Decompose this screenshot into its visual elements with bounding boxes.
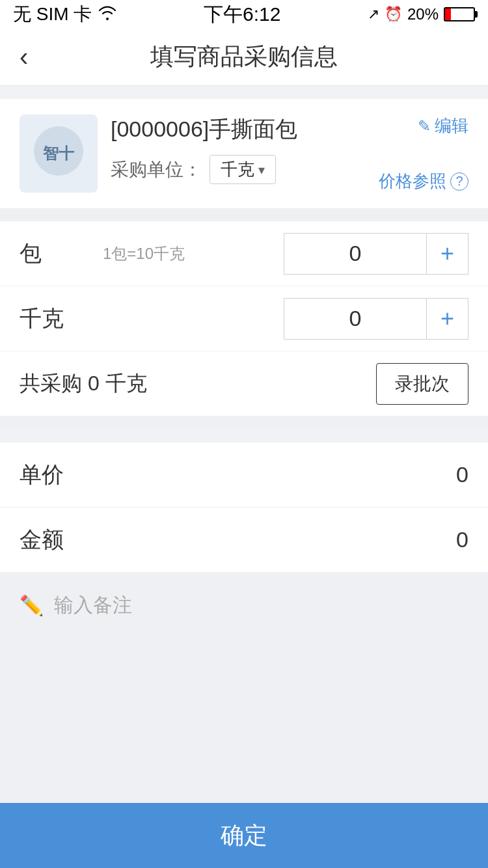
- kg-input-right: +: [284, 298, 468, 340]
- package-input-row: 包 1包=10千克 +: [0, 221, 488, 286]
- battery-percent: 20%: [407, 5, 439, 23]
- price-section: 单价 0 金额 0: [0, 442, 488, 573]
- price-ref-label: 价格参照: [379, 170, 446, 193]
- kg-label: 千克: [20, 304, 98, 334]
- note-section[interactable]: ✏️ 输入备注: [0, 574, 488, 637]
- unit-price-label: 单价: [20, 460, 64, 490]
- edit-button[interactable]: ✎ 编辑: [418, 115, 468, 137]
- status-time: 下午6:12: [204, 1, 280, 28]
- amount-row: 金额 0: [0, 508, 488, 573]
- divider-1: [0, 208, 488, 221]
- alarm-icon: ⏰: [385, 6, 402, 23]
- divider-2: [0, 416, 488, 429]
- package-qty-input[interactable]: [284, 233, 427, 275]
- unit-value: 千克: [221, 158, 254, 181]
- back-button[interactable]: ‹: [20, 42, 28, 72]
- pencil-icon: ✏️: [20, 594, 44, 617]
- kg-input-row: 千克 +: [0, 286, 488, 351]
- battery-icon: [444, 7, 475, 21]
- input-section: 包 1包=10千克 + 千克 +: [0, 221, 488, 351]
- status-bar: 无 SIM 卡 下午6:12 ↗ ⏰ 20%: [0, 0, 488, 29]
- unit-price-row: 单价 0: [0, 442, 488, 508]
- svg-text:智十: 智十: [42, 144, 75, 162]
- owl-logo-text: 智十: [33, 125, 85, 182]
- product-card: 智十 [0000006]手撕面包 采购单位： 千克 ▾ ✎ 编辑 价格参照 ?: [0, 99, 488, 208]
- summary-text: 共采购 0 千克: [20, 370, 147, 398]
- record-batch-button[interactable]: 录批次: [376, 363, 468, 405]
- unit-label-text: 采购单位：: [111, 157, 202, 182]
- product-name: [0000006]手撕面包: [111, 115, 468, 144]
- location-icon: ↗: [368, 6, 379, 23]
- status-right: ↗ ⏰ 20%: [368, 5, 475, 23]
- package-sublabel: 1包=10千克: [103, 243, 185, 264]
- kg-plus-button[interactable]: +: [427, 298, 468, 340]
- status-left: 无 SIM 卡: [13, 2, 116, 27]
- battery-fill: [445, 8, 451, 20]
- unit-price-value: 0: [456, 462, 468, 487]
- price-ref-icon: ?: [450, 172, 468, 191]
- nav-bar: ‹ 填写商品采购信息: [0, 29, 488, 86]
- kg-qty-input[interactable]: [284, 298, 427, 340]
- edit-icon: ✎: [418, 117, 431, 135]
- wifi-icon: [98, 4, 116, 25]
- product-logo: 智十: [20, 115, 98, 193]
- page-title: 填写商品采购信息: [150, 41, 338, 73]
- confirm-button[interactable]: 确定: [0, 803, 488, 868]
- edit-label: 编辑: [435, 115, 468, 137]
- amount-value: 0: [456, 527, 468, 552]
- carrier-text: 无 SIM 卡: [13, 2, 92, 27]
- dropdown-icon: ▾: [258, 162, 265, 178]
- package-input-right: +: [284, 233, 468, 275]
- package-plus-button[interactable]: +: [427, 233, 468, 275]
- price-ref-button[interactable]: 价格参照 ?: [379, 170, 468, 193]
- summary-row: 共采购 0 千克 录批次: [0, 351, 488, 416]
- unit-select[interactable]: 千克 ▾: [210, 155, 276, 184]
- note-placeholder: 输入备注: [54, 592, 132, 619]
- package-label: 包: [20, 239, 98, 269]
- amount-label: 金额: [20, 525, 64, 555]
